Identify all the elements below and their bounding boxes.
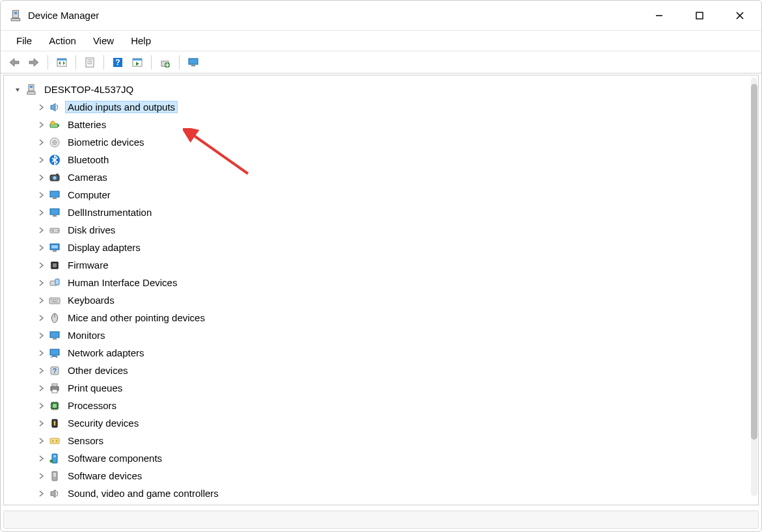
chevron-right-icon[interactable] xyxy=(35,137,47,148)
bluetooth-icon xyxy=(48,153,61,166)
device-tree[interactable]: DESKTOP-4L537JQAudio inputs and outputsB… xyxy=(4,75,758,505)
speaker-icon xyxy=(48,101,61,114)
tree-item[interactable]: Disk drives xyxy=(10,221,758,239)
chevron-right-icon[interactable] xyxy=(35,277,47,289)
tree-item[interactable]: Firmware xyxy=(10,256,758,274)
show-hidden-button[interactable] xyxy=(53,54,70,71)
chevron-right-icon[interactable] xyxy=(35,119,47,131)
camera-icon xyxy=(48,171,61,184)
chevron-right-icon[interactable] xyxy=(35,418,47,429)
tree-item-label: Mice and other pointing devices xyxy=(65,312,208,323)
chevron-right-icon[interactable] xyxy=(35,224,47,236)
maximize-button[interactable] xyxy=(679,2,720,29)
tree-item[interactable]: Monitors xyxy=(10,326,758,344)
tree-item-label: Biometric devices xyxy=(65,137,147,148)
chevron-right-icon[interactable] xyxy=(35,172,47,183)
chevron-right-icon[interactable] xyxy=(35,488,47,499)
tree-item-label: Human Interface Devices xyxy=(65,277,180,288)
tree-item[interactable]: Batteries xyxy=(10,116,758,133)
tree-item[interactable]: Print queues xyxy=(10,379,758,397)
chevron-right-icon[interactable] xyxy=(35,207,47,219)
chevron-right-icon[interactable] xyxy=(35,330,47,341)
computer-icon xyxy=(48,189,61,202)
svg-rect-58 xyxy=(55,299,56,300)
chevron-right-icon[interactable] xyxy=(35,453,47,464)
tree-item[interactable]: Mice and other pointing devices xyxy=(10,309,758,326)
chevron-down-icon[interactable] xyxy=(12,84,23,96)
chevron-right-icon[interactable] xyxy=(35,435,47,447)
svg-text:?: ? xyxy=(53,367,57,375)
tree-item[interactable]: Computer xyxy=(10,186,758,204)
chevron-right-icon[interactable] xyxy=(35,295,47,306)
chevron-right-icon[interactable] xyxy=(35,154,47,166)
tree-item[interactable]: Sound, video and game controllers xyxy=(10,485,758,502)
svg-rect-44 xyxy=(53,250,57,252)
svg-rect-38 xyxy=(53,215,57,217)
chevron-right-icon[interactable] xyxy=(35,382,47,394)
menu-view[interactable]: View xyxy=(85,33,122,49)
tree-item-label: Audio inputs and outputs xyxy=(65,101,178,113)
chevron-right-icon[interactable] xyxy=(35,400,47,412)
display-icon xyxy=(48,241,61,254)
tree-item-label: Disk drives xyxy=(65,224,118,235)
toolbar-separator xyxy=(151,55,152,70)
chevron-right-icon[interactable] xyxy=(35,470,47,482)
chevron-right-icon[interactable] xyxy=(35,259,47,271)
tree-item[interactable]: Cameras xyxy=(10,168,758,186)
tree-item[interactable]: DellInstrumentation xyxy=(10,204,758,221)
tree-item[interactable]: Audio inputs and outputs xyxy=(10,98,758,116)
tree-item[interactable]: ?Other devices xyxy=(10,362,758,379)
svg-point-30 xyxy=(50,138,59,147)
chevron-right-icon[interactable] xyxy=(35,101,47,113)
tree-item[interactable]: Security devices xyxy=(10,414,758,432)
monitor-button[interactable] xyxy=(185,54,202,71)
tree-item[interactable]: Biometric devices xyxy=(10,133,758,151)
minimize-button[interactable] xyxy=(639,2,679,29)
svg-rect-63 xyxy=(50,332,59,338)
svg-rect-92 xyxy=(53,473,56,477)
tree-item[interactable]: Sensors xyxy=(10,432,758,449)
chevron-right-icon[interactable] xyxy=(35,189,47,201)
svg-rect-43 xyxy=(51,245,58,248)
chevron-right-icon[interactable] xyxy=(35,365,47,377)
svg-rect-55 xyxy=(49,298,60,304)
toolbar-separator xyxy=(75,55,76,70)
tree-item[interactable]: Software components xyxy=(10,449,758,467)
tree-item[interactable]: Processors xyxy=(10,397,758,414)
chevron-right-icon[interactable] xyxy=(35,347,47,359)
svg-rect-18 xyxy=(133,59,142,60)
update-driver-button[interactable] xyxy=(157,54,174,71)
scrollbar-thumb[interactable] xyxy=(751,84,757,440)
scan-hardware-button[interactable] xyxy=(129,54,146,71)
tree-item-label: Other devices xyxy=(65,365,131,376)
svg-rect-23 xyxy=(191,65,195,66)
chevron-right-icon[interactable] xyxy=(35,312,47,324)
forward-button[interactable] xyxy=(25,54,42,71)
menu-file[interactable]: File xyxy=(8,33,40,49)
svg-point-40 xyxy=(57,230,59,231)
tree-item[interactable]: Display adapters xyxy=(10,239,758,256)
vertical-scrollbar[interactable] xyxy=(751,77,757,496)
disk-icon xyxy=(48,224,61,237)
tree-root[interactable]: DESKTOP-4L537JQ xyxy=(10,81,758,98)
menu-help[interactable]: Help xyxy=(123,33,159,49)
chevron-right-icon[interactable] xyxy=(35,242,47,254)
tree-item[interactable]: Bluetooth xyxy=(10,151,758,168)
menu-action[interactable]: Action xyxy=(41,33,84,49)
tree-item-label: Display adapters xyxy=(65,242,143,253)
tree-item[interactable]: Network adapters xyxy=(10,344,758,362)
sensor-icon xyxy=(48,434,61,447)
tree-item-label: Keyboards xyxy=(65,295,117,306)
properties-button[interactable] xyxy=(81,54,98,71)
tree-item-label: Computer xyxy=(65,189,113,200)
chip-icon xyxy=(48,259,61,272)
tree-item[interactable]: Human Interface Devices xyxy=(10,274,758,291)
battery-icon xyxy=(48,118,61,131)
help-button[interactable]: ? xyxy=(109,54,126,71)
back-button[interactable] xyxy=(6,54,23,71)
close-button[interactable] xyxy=(720,2,760,29)
cpu-icon xyxy=(48,399,61,412)
tree-item[interactable]: Software devices xyxy=(10,467,758,485)
svg-point-29 xyxy=(51,121,55,125)
tree-item[interactable]: Keyboards xyxy=(10,291,758,309)
